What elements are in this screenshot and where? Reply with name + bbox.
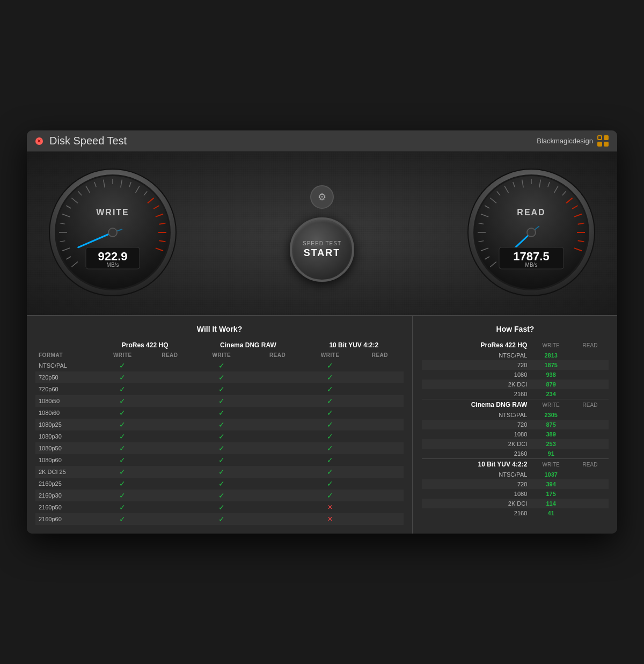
yuv-read-sub: READ — [356, 351, 404, 360]
cell — [251, 513, 304, 525]
cell: ✓ — [304, 407, 356, 419]
row-label: 1080p60 — [35, 454, 98, 466]
hf-row-label: 720 — [422, 479, 530, 489]
how-fast-row: 720 875 — [422, 420, 609, 429]
cell: ✓ — [192, 478, 251, 490]
cell: ✓ — [98, 454, 147, 466]
read-gauge-svg: READ 1787.5 MB/s — [467, 168, 596, 297]
row-label: 720p50 — [35, 371, 98, 383]
cell — [147, 442, 192, 454]
how-fast-row: 720 1875 — [422, 360, 609, 370]
cell — [356, 466, 404, 478]
cell: ✓ — [192, 383, 251, 395]
cell — [251, 501, 304, 513]
settings-button[interactable]: ⚙ — [310, 185, 334, 209]
title-bar-left: ✕ Disk Speed Test — [35, 135, 127, 147]
how-fast-section-header: Cinema DNG RAW WRITE READ — [422, 399, 609, 411]
start-button[interactable]: SPEED TEST START — [290, 217, 354, 282]
cell: ✓ — [304, 360, 356, 371]
how-fast-row: 2K DCI 114 — [422, 499, 609, 508]
cell — [356, 478, 404, 490]
cell: ✓ — [98, 395, 147, 407]
cell — [356, 442, 404, 454]
brand-dot-3 — [597, 142, 602, 147]
hf-read-val — [572, 410, 609, 420]
cell — [251, 383, 304, 395]
svg-point-65 — [527, 228, 536, 237]
cell: ✓ — [304, 419, 356, 430]
hf-write-val: 394 — [530, 479, 572, 489]
hf-write-val: 41 — [530, 508, 572, 518]
cell — [147, 490, 192, 501]
cell — [356, 371, 404, 383]
svg-text:922.9: 922.9 — [98, 250, 127, 263]
hf-write-val: 938 — [530, 370, 572, 380]
cell: ✓ — [192, 466, 251, 478]
how-fast-row: 2K DCI 879 — [422, 380, 609, 389]
hf-read-val — [572, 470, 609, 479]
hf-write-val: 1875 — [530, 360, 572, 370]
hf-row-label: NTSC/PAL — [422, 470, 530, 479]
cell — [251, 371, 304, 383]
cell — [147, 501, 192, 513]
svg-point-30 — [108, 228, 117, 237]
cell: ✓ — [192, 442, 251, 454]
row-label: 2160p30 — [35, 490, 98, 501]
hf-row-label: 2160 — [422, 449, 530, 459]
cell: ✓ — [98, 371, 147, 383]
close-button[interactable]: ✕ — [35, 137, 43, 145]
table-row: 1080p30 ✓ ✓ ✓ — [35, 430, 404, 442]
table-row: 2160p25 ✓ ✓ ✓ — [35, 478, 404, 490]
prores-header: ProRes 422 HQ — [98, 340, 192, 351]
cell — [147, 430, 192, 442]
how-fast-row: 720 394 — [422, 479, 609, 489]
cell: ✓ — [98, 430, 147, 442]
cell: ✓ — [98, 490, 147, 501]
app-window: ✕ Disk Speed Test Blackmagicdesign — [27, 130, 617, 534]
cell: ✓ — [304, 478, 356, 490]
cell — [356, 490, 404, 501]
hf-section-name: ProRes 422 HQ — [422, 340, 530, 351]
cell — [356, 430, 404, 442]
prores-read-sub: READ — [147, 351, 192, 360]
svg-text:1787.5: 1787.5 — [513, 250, 549, 263]
cell: ✓ — [304, 395, 356, 407]
hf-row-label: 2160 — [422, 508, 530, 518]
hf-read-val — [572, 508, 609, 518]
hf-read-val — [572, 370, 609, 380]
cell — [251, 395, 304, 407]
cell: ✓ — [98, 466, 147, 478]
brand-dot-4 — [604, 142, 609, 147]
write-gauge-svg: WRITE 922.9 MB/s — [48, 168, 177, 297]
hf-section-name: 10 Bit YUV 4:2:2 — [422, 459, 530, 470]
table-row: 1080p25 ✓ ✓ ✓ — [35, 419, 404, 430]
how-fast-row: NTSC/PAL 2305 — [422, 410, 609, 420]
cell: ✓ — [98, 501, 147, 513]
row-label: 1080i50 — [35, 395, 98, 407]
cell: ✓ — [192, 371, 251, 383]
prores-write-sub: WRITE — [98, 351, 147, 360]
yuv-header: 10 Bit YUV 4:2:2 — [304, 340, 404, 351]
hf-write-val: 875 — [530, 420, 572, 429]
cell: ✓ — [98, 360, 147, 371]
tables-section: Will It Work? ProRes 422 HQ Cinema DNG R… — [27, 315, 617, 534]
row-label: 720p60 — [35, 383, 98, 395]
cell — [356, 501, 404, 513]
svg-text:MB/s: MB/s — [525, 262, 538, 268]
cell — [251, 490, 304, 501]
cell — [147, 478, 192, 490]
svg-text:READ: READ — [517, 208, 545, 217]
cell — [251, 454, 304, 466]
hf-write-val: 234 — [530, 389, 572, 399]
table-row: NTSC/PAL ✓ ✓ ✓ — [35, 360, 404, 371]
hf-read-val — [572, 449, 609, 459]
row-label: NTSC/PAL — [35, 360, 98, 371]
how-fast-row: 2K DCI 253 — [422, 439, 609, 449]
cell — [147, 371, 192, 383]
brand-icon — [597, 135, 609, 147]
cell: ✓ — [192, 513, 251, 525]
cell — [147, 407, 192, 419]
hf-row-label: 720 — [422, 360, 530, 370]
hf-write-val: 879 — [530, 380, 572, 389]
cell: ✓ — [304, 371, 356, 383]
